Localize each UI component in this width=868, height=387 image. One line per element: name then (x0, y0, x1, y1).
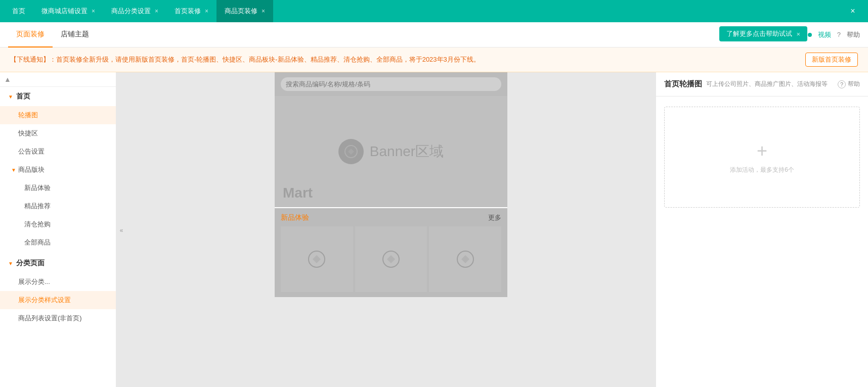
preview-banner-content: Banner区域 (338, 139, 444, 164)
sidebar-item-new-experience[interactable]: 新品体验 (0, 179, 116, 197)
nav-product-decor-label: 商品页装修 (225, 7, 257, 16)
sidebar-item-shortcuts[interactable]: 快捷区 (0, 124, 116, 142)
notice-bar: 【下线通知】：首页装修全新升级，请使用新版首页装修，首页-轮播图、快捷区、商品板… (0, 47, 868, 72)
preview-search-bar (275, 72, 507, 96)
close-store-settings-icon[interactable]: × (92, 8, 95, 15)
subsection-product-arrow: ▼ (11, 167, 16, 173)
help-label[interactable]: 帮助 (847, 30, 860, 39)
help-circle-icon: ? (838, 80, 846, 88)
sub-tabs-bar: 页面装修 店铺主题 了解更多点击帮助试试 × 视频 ? 帮助 (0, 22, 868, 47)
sidebar-item-notice[interactable]: 公告设置 (0, 142, 116, 161)
preview-banner-area: Banner区域 Mart (275, 96, 507, 207)
right-panel-description: 可上传公司照片、商品推广图片、活动海报等 (706, 80, 828, 88)
sidebar-section-category[interactable]: ▼ 分类页面 (0, 254, 116, 273)
preview-search-input[interactable] (281, 77, 501, 91)
sidebar-item-category-style-label: 展示分类样式设置 (18, 296, 71, 304)
sidebar-item-carousel[interactable]: 轮播图 (0, 106, 116, 124)
right-panel-title: 首页轮播图 (664, 79, 702, 89)
notice-text-content: 【下线通知】：首页装修全新升级，请使用新版首页装修，首页-轮播图、快捷区、商品板… (10, 56, 480, 63)
nav-home[interactable]: 首页 (4, 0, 33, 22)
sidebar: ▲ ▼ 首页 轮播图 快捷区 公告设置 ▼ 商品版块 新品体验 精品推荐 清仓抢… (0, 72, 116, 387)
preview-product-grid (281, 226, 501, 292)
sidebar-item-product-list-label: 商品列表设置(非首页) (18, 314, 82, 322)
close-product-category-icon[interactable]: × (155, 8, 158, 15)
preview-product-card-3 (429, 226, 501, 292)
mart-label: Mart (283, 185, 313, 201)
right-panel-help-button[interactable]: ? 帮助 (838, 80, 860, 88)
sidebar-subsection-product-block[interactable]: ▼ 商品版块 (0, 161, 116, 179)
nav-home-decor[interactable]: 首页装修 × (166, 0, 216, 22)
preview-phone-frame: Banner区域 Mart 新品体验 更多 (275, 72, 507, 297)
center-preview-area: Banner区域 Mart 新品体验 更多 (126, 72, 656, 387)
help-banner: 了解更多点击帮助试试 × (719, 26, 807, 41)
video-label[interactable]: 视频 (818, 30, 831, 39)
main-layout: ▲ ▼ 首页 轮播图 快捷区 公告设置 ▼ 商品版块 新品体验 精品推荐 清仓抢… (0, 72, 868, 387)
sidebar-item-product-list-settings[interactable]: 商品列表设置(非首页) (0, 309, 116, 327)
preview-product-card-1 (281, 226, 353, 292)
sidebar-item-all-products[interactable]: 全部商品 (0, 233, 116, 252)
nav-store-settings-label: 微商城店铺设置 (41, 7, 88, 16)
help-actions: 视频 ? 帮助 (808, 30, 860, 39)
section-home-label: 首页 (16, 92, 30, 101)
right-panel-header: 首页轮播图 可上传公司照片、商品推广图片、活动海报等 ? 帮助 (656, 72, 868, 96)
tab-store-theme[interactable]: 店铺主题 (53, 22, 97, 47)
sidebar-item-clearance[interactable]: 清仓抢购 (0, 215, 116, 233)
sidebar-item-featured[interactable]: 精品推荐 (0, 197, 116, 215)
nav-home-label: 首页 (12, 7, 25, 16)
close-home-decor-icon[interactable]: × (205, 8, 208, 15)
top-navigation: 首页 微商城店铺设置 × 商品分类设置 × 首页装修 × 商品页装修 × × (0, 0, 868, 22)
nav-close-all-button[interactable]: × (842, 0, 864, 22)
help-banner-text: 了解更多点击帮助试试 (726, 29, 792, 38)
preview-banner-text-label: Banner区域 (370, 142, 444, 161)
preview-product-card-2 (355, 226, 427, 292)
right-panel: 首页轮播图 可上传公司照片、商品推广图片、活动海报等 ? 帮助 + 添加活动，最… (656, 72, 868, 387)
new-version-button[interactable]: 新版首页装修 (805, 53, 858, 67)
preview-section-more: 更多 (488, 213, 501, 222)
upload-text-label: 添加活动，最多支持6个 (730, 166, 794, 174)
preview-new-products-section: 新品体验 更多 (275, 208, 507, 297)
notice-text: 【下线通知】：首页装修全新升级，请使用新版首页装修，首页-轮播图、快捷区、商品板… (10, 55, 480, 64)
upload-plus-icon: + (757, 140, 767, 162)
collapse-up-icon[interactable]: ▲ (4, 75, 11, 83)
help-question-icon: ? (837, 31, 841, 38)
sidebar-item-show-category[interactable]: 展示分类... (0, 273, 116, 291)
sidebar-item-carousel-label: 轮播图 (18, 111, 38, 119)
close-product-decor-icon[interactable]: × (262, 8, 265, 15)
sidebar-item-new-exp-label: 新品体验 (24, 184, 51, 191)
sidebar-collapse-toggle[interactable]: « (116, 72, 126, 387)
preview-mart-text: Mart (283, 185, 313, 201)
sidebar-item-clearance-label: 清仓抢购 (24, 220, 51, 228)
subsection-product-label: 商品版块 (18, 165, 45, 174)
nav-home-decor-label: 首页装修 (175, 7, 201, 16)
collapse-chevron-icon: « (120, 227, 123, 234)
sidebar-item-category-style[interactable]: 展示分类样式设置 (0, 291, 116, 309)
sidebar-item-show-category-label: 展示分类... (18, 278, 50, 285)
section-category-arrow: ▼ (8, 261, 13, 266)
nav-product-category[interactable]: 商品分类设置 × (103, 0, 166, 22)
section-category-label: 分类页面 (16, 259, 45, 268)
sidebar-item-shortcuts-label: 快捷区 (18, 129, 38, 137)
sidebar-item-featured-label: 精品推荐 (24, 202, 51, 210)
upload-area[interactable]: + 添加活动，最多支持6个 (664, 107, 860, 208)
nav-product-category-label: 商品分类设置 (111, 7, 151, 16)
preview-section-header: 新品体验 更多 (281, 213, 501, 222)
sidebar-section-home[interactable]: ▼ 首页 (0, 87, 116, 106)
tab-store-theme-label: 店铺主题 (61, 30, 89, 39)
nav-product-decor[interactable]: 商品页装修 × (216, 0, 273, 22)
preview-banner-icon (338, 139, 364, 164)
tab-page-decor-label: 页面装修 (16, 30, 45, 39)
nav-store-settings[interactable]: 微商城店铺设置 × (33, 0, 103, 22)
sidebar-item-all-products-label: 全部商品 (24, 238, 51, 246)
preview-section-title: 新品体验 (281, 213, 309, 222)
help-banner-close-icon[interactable]: × (796, 30, 800, 38)
right-panel-help-label: 帮助 (848, 80, 860, 88)
right-panel-title-group: 首页轮播图 可上传公司照片、商品推广图片、活动海报等 (664, 79, 828, 89)
section-home-arrow: ▼ (8, 94, 13, 100)
video-dot (808, 33, 812, 37)
sidebar-item-notice-label: 公告设置 (18, 148, 45, 155)
tab-page-decor[interactable]: 页面装修 (8, 22, 53, 47)
